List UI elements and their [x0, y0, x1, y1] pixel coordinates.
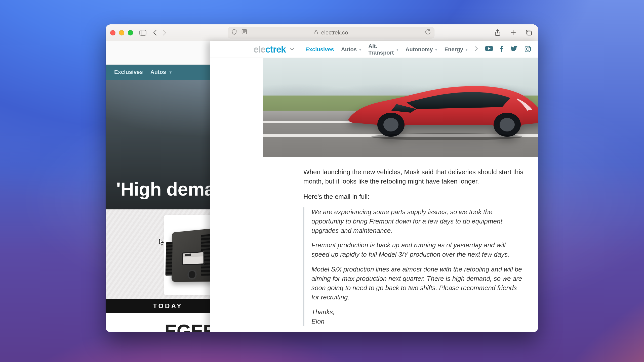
address-url: electrek.co [321, 29, 348, 36]
svg-point-14 [527, 48, 529, 50]
close-window-button[interactable] [110, 30, 115, 35]
site-header: electrek Exclusives Autos▾ Alt. Transpor… [210, 41, 538, 58]
instagram-icon[interactable] [525, 46, 531, 53]
window-controls [110, 30, 133, 35]
article-paragraph: Here's the email in full: [303, 192, 528, 201]
nav-autos[interactable]: Autos▾ [341, 46, 361, 53]
reader-mode-icon[interactable] [242, 29, 247, 36]
current-page: electrek Exclusives Autos▾ Alt. Transpor… [210, 41, 538, 332]
svg-rect-0 [140, 30, 146, 35]
safari-window: electrek.co electrek [106, 24, 538, 332]
site-nav: Exclusives Autos▾ Alt. Transport▾ Autono… [305, 43, 478, 56]
safari-toolbar: electrek.co [106, 24, 538, 41]
tab-overview-button[interactable] [524, 28, 534, 37]
safari-viewport: electrek Exclusives Autos ▾ 'High demand… [106, 41, 538, 332]
nav-exclusives[interactable]: Exclusives [305, 46, 334, 53]
quote-sign: Thanks,Elon [311, 307, 525, 326]
nav-scroll-right-icon[interactable] [475, 46, 478, 53]
reload-icon[interactable] [425, 29, 431, 36]
svg-point-20 [371, 133, 522, 140]
lock-icon [314, 30, 318, 36]
twitter-icon[interactable] [510, 46, 517, 53]
address-bar[interactable]: electrek.co [228, 27, 434, 38]
nav-autonomy[interactable]: Autonomy▾ [406, 46, 437, 53]
address-bar-wrap: electrek.co [179, 27, 483, 38]
article-paragraph: When launching the new vehicles, Musk sa… [303, 167, 528, 186]
site-logo[interactable]: electrek [254, 44, 294, 55]
privacy-report-icon[interactable] [231, 29, 237, 36]
sidebar-toggle-button[interactable] [138, 28, 148, 37]
car-illustration [341, 71, 538, 141]
quote-paragraph: We are experiencing some parts supply is… [311, 207, 525, 235]
email-quote: We are experiencing some parts supply is… [303, 207, 528, 326]
svg-point-15 [529, 47, 530, 48]
svg-rect-10 [527, 31, 532, 35]
share-button[interactable] [493, 28, 502, 37]
quote-paragraph: Fremont production is back up and runnin… [311, 241, 525, 259]
nav-autos-back[interactable]: Autos [150, 69, 166, 75]
left-gutter [210, 58, 263, 332]
svg-rect-13 [525, 46, 531, 52]
maximize-window-button[interactable] [128, 30, 133, 35]
youtube-icon[interactable] [485, 46, 493, 53]
svg-rect-6 [315, 32, 317, 34]
quote-paragraph: Model S/X production lines are almost do… [311, 265, 525, 302]
back-button[interactable] [150, 28, 160, 37]
new-tab-button[interactable] [508, 28, 518, 37]
svg-point-17 [383, 118, 398, 131]
nav-alt-transport[interactable]: Alt. Transport▾ [368, 43, 398, 56]
article-hero-image [263, 58, 538, 157]
device-illustration [172, 228, 216, 282]
svg-point-19 [500, 118, 515, 131]
mouse-cursor-icon [159, 239, 165, 246]
nav-exclusives-back[interactable]: Exclusives [114, 69, 143, 75]
article-body: When launching the new vehicles, Musk sa… [263, 157, 538, 332]
chevron-down-icon: ▾ [170, 70, 172, 75]
minimize-window-button[interactable] [119, 30, 124, 35]
toolbar-right [493, 28, 534, 37]
facebook-icon[interactable] [500, 46, 503, 53]
article-body-wrap: When launching the new vehicles, Musk sa… [263, 58, 538, 332]
address-left-tools [231, 29, 247, 36]
social-icons [485, 46, 531, 53]
nav-energy[interactable]: Energy▾ [444, 46, 468, 53]
chevron-down-icon[interactable] [290, 47, 294, 52]
forward-button[interactable] [160, 28, 169, 37]
